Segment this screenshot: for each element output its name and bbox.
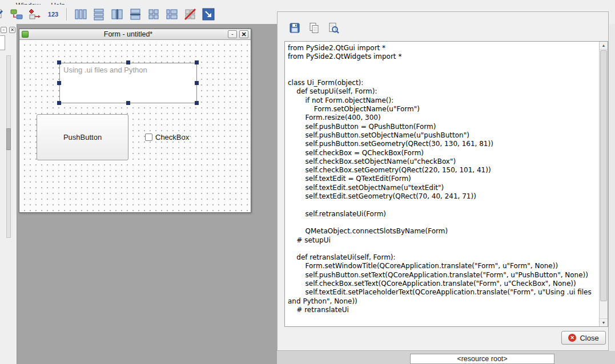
textedit-widget[interactable]: Using .ui files and Python bbox=[59, 63, 197, 103]
form-editor-window[interactable]: Form - untitled* - ✕ Using .ui files and… bbox=[19, 29, 251, 213]
edit-buddies-glyph bbox=[28, 7, 42, 21]
form-window-titlebar[interactable]: Form - untitled* - ✕ bbox=[19, 29, 251, 40]
layout-vertical-glyph bbox=[91, 7, 106, 22]
layout-horizontal-glyph bbox=[73, 7, 88, 22]
dock-float-icon[interactable]: ▫ bbox=[1, 27, 7, 33]
form-canvas[interactable]: Using .ui files and Python PushButton Ch… bbox=[19, 40, 251, 212]
widget-filter-input[interactable] bbox=[0, 35, 5, 50]
close-button[interactable]: ✕ Close bbox=[561, 331, 606, 345]
selection-handle-bottom-mid[interactable] bbox=[126, 101, 130, 105]
code-preview-dialog: from PySide2.QtGui import * from PySide2… bbox=[277, 11, 609, 351]
edit-buddies-icon[interactable] bbox=[27, 7, 42, 22]
resource-root-label: <resource root> bbox=[457, 355, 507, 363]
dock-close-icon[interactable]: ✕ bbox=[9, 27, 15, 33]
edit-signals-slots-icon[interactable] bbox=[9, 7, 24, 22]
adjust-size-glyph bbox=[201, 7, 216, 22]
menubar: Window Help bbox=[0, 0, 615, 5]
widget-box-dock: ▫ ✕ bbox=[0, 24, 17, 364]
selection-handle-top-left[interactable] bbox=[57, 60, 61, 64]
selection-handle-bottom-right[interactable] bbox=[195, 101, 199, 105]
dock-scrollbar-thumb[interactable] bbox=[6, 128, 11, 150]
edit-tab-order-icon[interactable]: 123 bbox=[46, 7, 61, 22]
selection-handle-bottom-left[interactable] bbox=[57, 101, 61, 105]
close-circle-icon: ✕ bbox=[568, 334, 576, 342]
layout-grid-glyph bbox=[146, 7, 161, 22]
edit-signals-slots-glyph bbox=[10, 7, 23, 21]
textedit-placeholder: Using .ui files and Python bbox=[60, 63, 196, 76]
tab-order-glyph: 123 bbox=[48, 11, 58, 18]
layout-horizontal-icon[interactable] bbox=[73, 7, 88, 22]
close-window-button[interactable]: ✕ bbox=[239, 30, 248, 38]
layout-form-icon[interactable] bbox=[164, 7, 179, 22]
generated-code[interactable]: from PySide2.QtGui import * from PySide2… bbox=[285, 42, 599, 326]
layout-splitter-vertical-icon[interactable] bbox=[128, 7, 143, 22]
code-scrollbar[interactable]: ▲ ▼ bbox=[599, 42, 608, 326]
layout-splitter-horizontal-glyph bbox=[110, 7, 124, 22]
minimize-button[interactable]: - bbox=[228, 30, 237, 38]
menu-help[interactable]: Help bbox=[51, 1, 65, 5]
pushbutton-widget[interactable]: PushButton bbox=[37, 114, 128, 160]
scroll-up-icon[interactable]: ▲ bbox=[600, 42, 608, 50]
code-view[interactable]: from PySide2.QtGui import * from PySide2… bbox=[284, 41, 608, 327]
save-icon[interactable] bbox=[288, 21, 301, 34]
selection-handle-top-right[interactable] bbox=[195, 60, 199, 64]
edit-widgets-icon[interactable] bbox=[0, 7, 6, 22]
form-window-title: Form - untitled* bbox=[31, 30, 226, 38]
find-icon[interactable] bbox=[327, 21, 340, 34]
save-glyph bbox=[288, 22, 301, 34]
checkbox-label: CheckBox bbox=[155, 133, 189, 141]
layout-form-glyph bbox=[164, 7, 179, 22]
checkbox-indicator[interactable] bbox=[145, 134, 152, 141]
selection-handle-mid-left[interactable] bbox=[57, 81, 61, 85]
layout-grid-icon[interactable] bbox=[146, 7, 161, 22]
toolbar-separator bbox=[66, 8, 67, 21]
layout-splitter-horizontal-icon[interactable] bbox=[110, 7, 124, 22]
close-button-label: Close bbox=[580, 334, 598, 342]
checkbox-widget[interactable]: CheckBox bbox=[145, 126, 203, 149]
edit-widgets-glyph bbox=[0, 7, 5, 21]
mdi-area: Form - untitled* - ✕ Using .ui files and… bbox=[17, 24, 277, 364]
scroll-down-icon[interactable]: ▼ bbox=[600, 318, 608, 326]
adjust-size-icon[interactable] bbox=[201, 7, 216, 22]
copy-glyph bbox=[308, 22, 320, 34]
menu-window[interactable]: Window bbox=[16, 1, 41, 5]
find-glyph bbox=[327, 22, 340, 34]
selection-handle-top-mid[interactable] bbox=[126, 60, 130, 64]
break-layout-icon[interactable] bbox=[183, 7, 198, 22]
selection-handle-mid-right[interactable] bbox=[195, 81, 199, 85]
code-scrollbar-thumb[interactable] bbox=[600, 50, 607, 301]
resource-root-item[interactable]: <resource root> bbox=[410, 354, 554, 364]
layout-vertical-icon[interactable] bbox=[91, 7, 106, 22]
dock-buttons: ▫ ✕ bbox=[0, 24, 17, 36]
layout-splitter-vertical-glyph bbox=[128, 7, 143, 22]
pushbutton-label: PushButton bbox=[63, 133, 102, 141]
form-window-icon bbox=[22, 31, 29, 38]
copy-icon[interactable] bbox=[307, 21, 320, 34]
break-layout-glyph bbox=[183, 7, 198, 22]
code-dialog-toolbar bbox=[278, 12, 608, 34]
